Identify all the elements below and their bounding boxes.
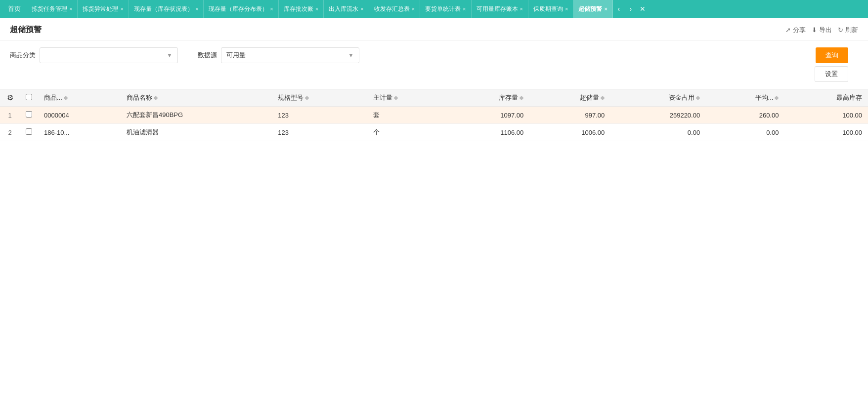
row-unit-1: 个 (367, 124, 448, 141)
settings-button[interactable]: 设置 (815, 66, 848, 82)
nav-tab-6[interactable]: 出入库流水 × (324, 0, 369, 18)
row-checkbox-1[interactable] (20, 124, 38, 141)
datasource-select[interactable]: 可用量 ▼ (221, 47, 359, 63)
export-button[interactable]: ⬇ 导出 (812, 26, 832, 35)
nav-tab-5[interactable]: 库存批次账 × (279, 0, 324, 18)
table-header-checkbox[interactable] (20, 89, 38, 107)
nav-home[interactable]: 首页 (2, 0, 27, 18)
row-num-0: 1 (0, 107, 20, 124)
table-header-code[interactable]: 商品... (38, 89, 121, 107)
table-header-maxstock[interactable]: 最高库存 (784, 89, 868, 107)
nav-arrow-left[interactable]: ‹ (613, 0, 625, 18)
nav-tab-close-5[interactable]: × (315, 6, 318, 12)
nav-tab-close-2[interactable]: × (120, 6, 123, 12)
table-header-capital[interactable]: 资金占用 (610, 89, 706, 107)
row-num-1: 2 (0, 124, 20, 141)
nav-tab-label-8: 要货单统计表 (425, 5, 461, 13)
nav-tab-1[interactable]: 拣货任务管理 × (27, 0, 78, 18)
nav-tab-label-10: 保质期查询 (533, 5, 563, 13)
nav-tab-11[interactable]: 超储预警 × (573, 0, 612, 18)
table-header-stock[interactable]: 库存量 (448, 89, 529, 107)
table-header-over[interactable]: 超储量 (529, 89, 610, 107)
share-label: 分享 (793, 26, 806, 35)
row-over-0: 997.00 (529, 107, 610, 124)
nav-tab-9[interactable]: 可用量库存账本 × (472, 0, 528, 18)
col-spec-label: 规格型号 (278, 93, 304, 102)
category-select[interactable]: ▼ (40, 47, 178, 63)
row-select-checkbox-1[interactable] (26, 128, 32, 135)
row-name-0: 六配套新昌490BPG (121, 107, 272, 124)
refresh-label: 刷新 (845, 26, 858, 35)
nav-tab-close-3[interactable]: × (195, 6, 198, 12)
nav-tab-label-5: 库存批次账 (284, 5, 313, 13)
col-capital-label: 资金占用 (669, 93, 694, 102)
col-unit-label: 主计量 (373, 93, 392, 102)
datasource-label: 数据源 (198, 51, 217, 60)
row-over-1: 1006.00 (529, 124, 610, 141)
nav-tab-label-4: 现存量（库存分布表） (209, 5, 268, 13)
nav-tab-close-4[interactable]: × (270, 6, 273, 12)
datasource-select-value: 可用量 (226, 51, 246, 60)
datasource-dropdown-icon: ▼ (348, 52, 354, 59)
page-title: 超储预警 (10, 25, 42, 35)
row-capital-0: 259220.00 (610, 107, 706, 124)
export-icon: ⬇ (812, 26, 817, 34)
col-over-sort-icon (601, 96, 605, 100)
row-code-0: 0000004 (38, 107, 121, 124)
nav-tab-7[interactable]: 收发存汇总表 × (369, 0, 420, 18)
nav-tab-label-6: 出入库流水 (329, 5, 358, 13)
row-stock-0: 1097.00 (448, 107, 529, 124)
share-button[interactable]: ➚ 分享 (785, 26, 806, 35)
table-header-row: ⚙ 商品... (0, 89, 868, 107)
row-select-checkbox-0[interactable] (26, 111, 32, 118)
nav-arrow-right[interactable]: › (625, 0, 637, 18)
nav-tab-10[interactable]: 保质期查询 × (528, 0, 573, 18)
nav-tab-label-11: 超储预警 (578, 5, 602, 13)
main-content: 超储预警 ➚ 分享 ⬇ 导出 ↻ 刷新 商品分类 (0, 18, 868, 395)
table-row: 1 0000004 六配套新昌490BPG 123 套 1097.00 997.… (0, 107, 868, 124)
table-header-unit[interactable]: 主计量 (367, 89, 448, 107)
nav-tab-3[interactable]: 现存量（库存状况表） × (129, 0, 204, 18)
data-table-wrapper: ⚙ 商品... (0, 89, 868, 141)
page-actions: ➚ 分享 ⬇ 导出 ↻ 刷新 (785, 26, 858, 35)
row-name-1: 机油滤清器 (121, 124, 272, 141)
table-header-avg[interactable]: 平均... (706, 89, 784, 107)
nav-tab-8[interactable]: 要货单统计表 × (420, 0, 471, 18)
category-label: 商品分类 (10, 51, 36, 60)
row-stock-1: 1106.00 (448, 124, 529, 141)
nav-tab-close-10[interactable]: × (565, 6, 568, 12)
nav-tab-close-9[interactable]: × (520, 6, 523, 12)
table-header-name[interactable]: 商品名称 (121, 89, 272, 107)
category-filter: 商品分类 ▼ (10, 47, 178, 63)
nav-tab-2[interactable]: 拣货异常处理 × (78, 0, 129, 18)
refresh-button[interactable]: ↻ 刷新 (838, 26, 858, 35)
nav-tab-close-7[interactable]: × (412, 6, 415, 12)
gear-icon: ⚙ (7, 93, 13, 102)
query-button[interactable]: 查询 (816, 47, 848, 63)
col-stock-label: 库存量 (499, 93, 518, 102)
refresh-icon: ↻ (838, 26, 843, 34)
nav-tab-close-11[interactable]: × (604, 6, 607, 12)
row-checkbox-0[interactable] (20, 107, 38, 124)
nav-tab-close-6[interactable]: × (360, 6, 363, 12)
datasource-filter: 数据源 可用量 ▼ (198, 47, 359, 63)
row-code-1: 186-10... (38, 124, 121, 141)
col-stock-sort-icon (520, 96, 523, 100)
row-avg-0: 260.00 (706, 107, 784, 124)
table-header-spec[interactable]: 规格型号 (272, 89, 367, 107)
nav-tab-4[interactable]: 现存量（库存分布表） × (204, 0, 278, 18)
select-all-checkbox[interactable] (26, 94, 32, 100)
col-avg-sort-icon (775, 96, 779, 100)
nav-tab-label-3: 现存量（库存状况表） (134, 5, 193, 13)
row-maxstock-0: 100.00 (784, 107, 868, 124)
nav-tab-label-2: 拣货异常处理 (83, 5, 118, 13)
nav-arrow-close[interactable]: ✕ (637, 0, 649, 18)
nav-tab-label-1: 拣货任务管理 (32, 5, 67, 13)
col-unit-sort-icon (394, 96, 398, 100)
nav-tab-close-8[interactable]: × (463, 6, 466, 12)
table-header-gear[interactable]: ⚙ (0, 89, 20, 107)
nav-tab-close-1[interactable]: × (69, 6, 72, 12)
page-header: 超储预警 ➚ 分享 ⬇ 导出 ↻ 刷新 (0, 18, 868, 40)
data-table: ⚙ 商品... (0, 89, 868, 141)
col-name-label: 商品名称 (127, 93, 152, 102)
